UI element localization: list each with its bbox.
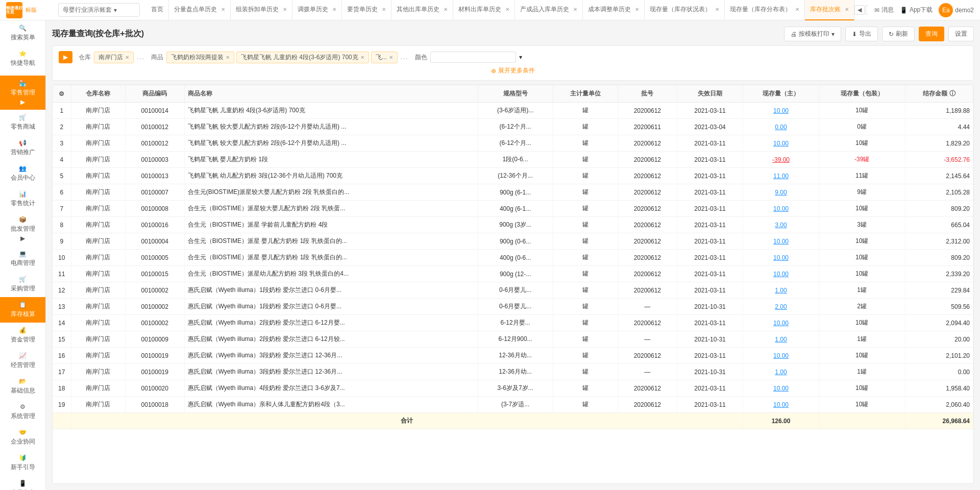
product-tag-1-remove[interactable]: ✕: [226, 55, 230, 60]
filter-expand-toggle[interactable]: ▶: [59, 51, 72, 63]
qty-main-link[interactable]: 1.00: [775, 287, 787, 294]
cell-qty-main[interactable]: 11.00: [743, 168, 819, 184]
qty-main-link[interactable]: 0.00: [775, 124, 787, 131]
qty-main-link[interactable]: 10.00: [773, 352, 789, 359]
th-setting[interactable]: ⚙: [53, 85, 71, 103]
qty-main-link[interactable]: 10.00: [773, 385, 789, 392]
tab-yaohuo[interactable]: 要货单历史 ✕: [342, 0, 391, 20]
store-selector[interactable]: 母婴行业演示账套 ▾: [58, 3, 140, 17]
cell-qty-main[interactable]: 10.00: [743, 348, 819, 364]
sidebar-item-guide[interactable]: 🔰 新手引导: [0, 450, 45, 476]
sidebar-item-ecommerce[interactable]: 💻 电商管理: [0, 246, 45, 272]
sidebar-search[interactable]: 🔍 搜索英单: [0, 20, 45, 46]
cell-qty-main[interactable]: 10.00: [743, 266, 819, 282]
cell-qty-main[interactable]: 10.00: [743, 103, 819, 119]
cell-qty-main[interactable]: 10.00: [743, 233, 819, 250]
sidebar-quicknav[interactable]: ⭐ 快捷导航: [0, 46, 45, 71]
tab-next-button[interactable]: ▶: [866, 5, 868, 15]
cell-qty-main[interactable]: 1.00: [743, 364, 819, 380]
qty-main-link[interactable]: 10.00: [773, 140, 789, 147]
cell-qty-main[interactable]: 1.00: [743, 282, 819, 299]
cell-qty-main[interactable]: 10.00: [743, 380, 819, 397]
cell-qty-main[interactable]: 10.00: [743, 315, 819, 331]
settings-button[interactable]: 设置: [948, 27, 974, 41]
cell-qty-main[interactable]: 10.00: [743, 201, 819, 217]
qty-main-link[interactable]: 10.00: [773, 401, 789, 408]
close-icon[interactable]: ✕: [444, 7, 448, 12]
qty-main-link[interactable]: 10.00: [773, 238, 789, 245]
cell-qty-main[interactable]: 3.00: [743, 217, 819, 233]
table-wrap[interactable]: ⚙ 仓库名称 商品编码 商品名称 规格型号 主计量单位 批号 失效日期 现存量（…: [53, 85, 973, 483]
sidebar-item-inventory[interactable]: 📋 库存核算: [0, 297, 45, 323]
tab-home[interactable]: 首页: [146, 0, 169, 20]
cell-qty-main[interactable]: 10.00: [743, 250, 819, 266]
tab-prev-button[interactable]: ◀: [854, 5, 865, 15]
qty-main-link[interactable]: 10.00: [773, 320, 789, 327]
app-download-button[interactable]: 📱 App下载: [900, 6, 933, 14]
sidebar-item-appcenter[interactable]: 📱 应用中心: [0, 476, 45, 490]
qty-main-link[interactable]: 1.00: [775, 336, 787, 343]
product-tag-2-remove[interactable]: ✕: [360, 55, 364, 60]
qty-main-link[interactable]: 1.00: [775, 369, 787, 376]
tab-diaobo[interactable]: 调拨单历史 ✕: [292, 0, 342, 20]
sidebar-item-wholesale[interactable]: 📦 批发管理 ▶: [0, 212, 45, 246]
cell-qty-main[interactable]: 10.00: [743, 135, 819, 152]
qty-main-link[interactable]: 2.00: [775, 303, 787, 310]
sidebar-item-mall[interactable]: 🛒 零售商城: [0, 110, 45, 135]
sidebar-item-finance[interactable]: 💰 资金管理: [0, 323, 45, 348]
sidebar-item-ops[interactable]: 📈 经营管理: [0, 348, 45, 374]
qty-main-link[interactable]: 3.00: [775, 222, 787, 229]
tab-xiancunliang-dist[interactable]: 现存量（库存分布表） ✕: [725, 0, 805, 20]
filter-expand-row[interactable]: ⊕ 展开更多条件: [59, 66, 967, 75]
message-button[interactable]: ✉ 消息: [874, 6, 894, 14]
close-icon[interactable]: ✕: [382, 7, 386, 12]
tab-qitachuku[interactable]: 其他出库单历史 ✕: [391, 0, 453, 20]
cell-qty-main[interactable]: 0.00: [743, 119, 819, 135]
warehouse-tag-remove[interactable]: ✕: [125, 55, 129, 60]
close-icon[interactable]: ✕: [795, 7, 799, 12]
tab-fenpan[interactable]: 分量盘点单历史 ✕: [169, 0, 231, 20]
qty-main-link[interactable]: 10.00: [773, 254, 789, 261]
tab-zuzhuang[interactable]: 组装拆卸单历史 ✕: [231, 0, 292, 20]
print-button[interactable]: 🖨 按模板打印 ▾: [784, 27, 841, 41]
sidebar-item-retail-stat[interactable]: 📊 零售统计: [0, 186, 45, 212]
close-icon[interactable]: ✕: [221, 7, 225, 12]
tab-kucun-pici[interactable]: 库存批次账 ✕: [805, 0, 854, 20]
close-icon[interactable]: ✕: [505, 7, 509, 12]
product-more[interactable]: ...: [401, 54, 409, 61]
query-button[interactable]: 查询: [919, 27, 944, 41]
sidebar-item-retail[interactable]: 🏪 零售管理 ▶: [0, 76, 45, 110]
cell-qty-main[interactable]: 2.00: [743, 299, 819, 315]
tab-cailiao[interactable]: 材料出库单历史 ✕: [453, 0, 515, 20]
qty-main-link[interactable]: 10.00: [773, 107, 789, 114]
sidebar-item-purchase[interactable]: 🛒 采购管理: [0, 272, 45, 297]
close-icon[interactable]: ✕: [283, 7, 287, 12]
sidebar-item-system[interactable]: ⚙ 系统管理: [0, 399, 45, 425]
close-icon[interactable]: ✕: [573, 7, 577, 12]
export-button[interactable]: ⬇ 导出: [845, 27, 878, 41]
close-icon[interactable]: ✕: [332, 7, 336, 12]
cell-qty-main[interactable]: 1.00: [743, 331, 819, 348]
sidebar-item-base[interactable]: 📂 基础信息: [0, 374, 45, 399]
qty-main-link[interactable]: 11.00: [773, 173, 789, 180]
user-menu[interactable]: Ea demo2: [939, 3, 974, 17]
refresh-button[interactable]: ↻ 刷新: [882, 27, 915, 41]
cell-qty-main[interactable]: 9.00: [743, 184, 819, 201]
sidebar-item-member[interactable]: 👥 会员中心: [0, 161, 45, 186]
sidebar-item-marketing[interactable]: 📢 营销推广: [0, 135, 45, 161]
tab-xiancunliang-status[interactable]: 现存量（库存状况表） ✕: [645, 0, 725, 20]
close-icon[interactable]: ✕: [715, 7, 719, 12]
tab-chengben[interactable]: 成本调整单历史 ✕: [583, 0, 645, 20]
cell-qty-main[interactable]: 10.00: [743, 397, 819, 413]
close-icon[interactable]: ✕: [635, 7, 639, 12]
tab-chancheng[interactable]: 产成品入库单历史 ✕: [515, 0, 583, 20]
product-tag-3-remove[interactable]: ✕: [389, 55, 393, 60]
color-chevron[interactable]: ▾: [519, 54, 522, 61]
qty-main-link[interactable]: 9.00: [775, 189, 787, 196]
qty-main-link[interactable]: 10.00: [773, 205, 789, 212]
warehouse-more[interactable]: ...: [137, 54, 145, 61]
qty-main-link[interactable]: -39.00: [772, 156, 790, 163]
cell-qty-main[interactable]: -39.00: [743, 152, 819, 168]
sidebar-item-collab[interactable]: 🤝 企业协同: [0, 425, 45, 450]
close-icon[interactable]: ✕: [845, 7, 849, 12]
